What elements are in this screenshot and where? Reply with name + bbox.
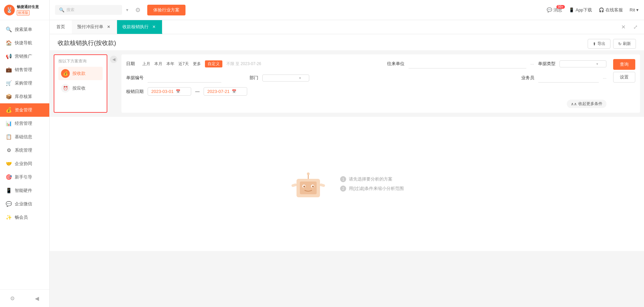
user-menu[interactable]: Rit ▾ bbox=[630, 7, 639, 12]
date-btn-this-year[interactable]: 本年 bbox=[166, 61, 174, 67]
purchase-icon: 🛒 bbox=[5, 80, 12, 87]
filter-option-by-receipt[interactable]: 💰 按收款 bbox=[58, 67, 103, 80]
doc-num-input[interactable] bbox=[148, 73, 221, 83]
tip-num-2: 2 bbox=[340, 186, 346, 192]
sidebar-item-hardware[interactable]: 📱 智能硬件 bbox=[0, 184, 49, 197]
date-btn-custom[interactable]: 自定义 bbox=[205, 60, 222, 67]
sidebar-item-label: 企业协同 bbox=[15, 161, 32, 167]
filter-scheme-panel: 按以下方案查询 💰 按收款 ⏰ 按应收 bbox=[54, 54, 107, 113]
tip-num-1: 1 bbox=[340, 176, 346, 182]
date-btn-7days[interactable]: 近7天 bbox=[178, 61, 189, 67]
date-label: 日期 bbox=[126, 61, 138, 67]
empty-illustration bbox=[290, 165, 327, 202]
empty-state-inner: 1 请先选择要分析的方案 2 用[过滤]条件来缩小分析范围 bbox=[290, 165, 404, 202]
verify-date-start-input[interactable]: 2023-03-01 📅 bbox=[148, 87, 191, 96]
sidebar-item-sales[interactable]: 💼 销售管理 bbox=[0, 63, 49, 76]
guide-icon: 🎯 bbox=[5, 174, 12, 181]
tabbar-actions: ✕ ⤢ bbox=[614, 20, 644, 34]
sidebar-bottom: ⚙ ◀ bbox=[0, 289, 49, 307]
sidebar-item-marketing[interactable]: 📢 营销推广 bbox=[0, 50, 49, 63]
topbar-gear-icon[interactable]: ⚙ bbox=[132, 5, 143, 15]
quicknav-icon: 🏠 bbox=[5, 40, 12, 46]
query-button[interactable]: 查询 bbox=[613, 59, 635, 70]
filter-row-verify-date: 核销日期 2023-03-01 📅 — 2023-07-21 📅 bbox=[126, 87, 606, 96]
refresh-button[interactable]: ↻ 刷新 bbox=[613, 39, 636, 49]
svg-rect-1 bbox=[300, 182, 317, 194]
sidebar-item-collab[interactable]: 🤝 企业协同 bbox=[0, 157, 49, 170]
sidebar: 🐰 畅捷通好生意 标准版 🔍 搜索菜单 🏠 快捷导航 📢 营销推广 💼 销售管理… bbox=[0, 0, 50, 307]
topbar-search[interactable]: 🔍 搜索 bbox=[55, 5, 122, 15]
sidebar-item-operations[interactable]: 📊 经营管理 bbox=[0, 117, 49, 130]
counterparty-input[interactable] bbox=[409, 59, 526, 68]
setting-button[interactable]: 设置 bbox=[613, 72, 635, 83]
collab-icon: 🤝 bbox=[5, 160, 12, 167]
salesperson-label: 业务员 bbox=[521, 75, 534, 81]
counterparty-dots[interactable]: ··· bbox=[530, 61, 534, 66]
tab-prepay[interactable]: 预付冲应付单 ✕ bbox=[72, 20, 117, 34]
calendar-start-icon: 📅 bbox=[176, 89, 180, 94]
collapse-panel-button[interactable]: ◀ bbox=[110, 56, 117, 63]
date-btn-this-month[interactable]: 本月 bbox=[154, 61, 162, 67]
sidebar-item-quicknav[interactable]: 🏠 快捷导航 bbox=[0, 36, 49, 50]
collapse-more-button[interactable]: ∧∧ 收起更多条件 bbox=[567, 100, 606, 108]
user-dropdown-icon: ▾ bbox=[636, 7, 639, 12]
sidebar-item-finance[interactable]: 💰 资金管理 bbox=[0, 103, 49, 117]
sidebar-item-search[interactable]: 🔍 搜索菜单 bbox=[0, 23, 49, 36]
doc-type-select[interactable]: ▾ bbox=[559, 60, 606, 67]
sidebar-item-label: 智能硬件 bbox=[15, 188, 32, 194]
filter-action-buttons: 查询 设置 bbox=[613, 59, 635, 83]
salesperson-dots[interactable]: ··· bbox=[603, 75, 606, 81]
wechat-icon: 💬 bbox=[5, 201, 12, 207]
message-button[interactable]: 💬 消息 99+ bbox=[547, 7, 562, 13]
app-download-button[interactable]: 📱 App下载 bbox=[569, 7, 592, 13]
tab-home[interactable]: 首页 bbox=[50, 20, 72, 34]
tab-close-all-icon[interactable]: ✕ bbox=[619, 22, 628, 32]
receipt-option-icon: 💰 bbox=[61, 69, 70, 78]
sales-icon: 💼 bbox=[5, 66, 12, 73]
finance-icon: 💰 bbox=[5, 107, 12, 113]
sidebar-item-inventory[interactable]: 📦 库存核算 bbox=[0, 90, 49, 103]
filter-option-by-receivable[interactable]: ⏰ 按应收 bbox=[58, 82, 103, 95]
collapse-sidebar-icon[interactable]: ◀ bbox=[32, 294, 42, 303]
empty-tip-row-1: 1 请先选择要分析的方案 bbox=[340, 176, 404, 182]
receipt-option-label: 按收款 bbox=[72, 70, 86, 76]
logo-badge: 标准版 bbox=[17, 10, 30, 15]
logo-icon: 🐰 bbox=[4, 5, 15, 15]
export-button[interactable]: ⬆ 导出 bbox=[588, 39, 610, 49]
empty-svg bbox=[290, 165, 327, 202]
verify-date-end-input[interactable]: 2023-07-21 📅 bbox=[204, 87, 247, 96]
sidebar-item-system[interactable]: ⚙ 系统管理 bbox=[0, 144, 49, 157]
date-btn-more[interactable]: 更多 bbox=[193, 61, 201, 67]
operations-icon: 📊 bbox=[5, 120, 12, 127]
sidebar-item-member[interactable]: ✨ 畅会员 bbox=[0, 211, 49, 224]
marketing-icon: 📢 bbox=[5, 53, 12, 60]
sidebar-nav: 🔍 搜索菜单 🏠 快捷导航 📢 营销推广 💼 销售管理 🛒 采购管理 📦 库存核… bbox=[0, 20, 49, 289]
empty-tips: 1 请先选择要分析的方案 2 用[过滤]条件来缩小分析范围 bbox=[340, 176, 404, 192]
tab-close-verify[interactable]: ✕ bbox=[151, 24, 157, 30]
tab-close-prepay[interactable]: ✕ bbox=[106, 24, 111, 30]
salesperson-input[interactable] bbox=[538, 73, 599, 83]
dept-arrow: ▾ bbox=[299, 76, 301, 80]
sidebar-item-label: 采购管理 bbox=[15, 80, 32, 86]
doc-type-arrow: ▾ bbox=[596, 62, 598, 66]
filter-fields: 日期 上月 本月 本年 近7天 更多 自定义 不限 至 2023-07-26 往… bbox=[121, 54, 640, 113]
filter-scheme-title: 按以下方案查询 bbox=[58, 58, 103, 64]
sidebar-item-label: 系统管理 bbox=[15, 147, 32, 153]
settings-bottom-icon[interactable]: ⚙ bbox=[8, 294, 17, 303]
sidebar-item-guide[interactable]: 🎯 新手引导 bbox=[0, 170, 49, 184]
online-service-button[interactable]: 🎧 在线客服 bbox=[599, 7, 623, 13]
receivable-option-icon: ⏰ bbox=[61, 84, 70, 93]
user-name: Rit bbox=[630, 7, 635, 12]
sidebar-item-purchase[interactable]: 🛒 采购管理 bbox=[0, 76, 49, 90]
filter-area: 按以下方案查询 💰 按收款 ⏰ 按应收 ◀ bbox=[50, 50, 644, 117]
solution-button[interactable]: 体验行业方案 bbox=[147, 5, 185, 15]
tab-verify[interactable]: 收款核销执行 ✕ bbox=[117, 20, 162, 34]
sidebar-item-label: 经营管理 bbox=[15, 120, 32, 126]
sidebar-item-basic[interactable]: 📋 基础信息 bbox=[0, 130, 49, 144]
sidebar-item-wechat[interactable]: 💬 企业微信 bbox=[0, 197, 49, 211]
topbar-dropdown[interactable]: ▾ bbox=[126, 7, 128, 12]
dept-select[interactable]: ▾ bbox=[262, 74, 309, 82]
empty-tip-row-2: 2 用[过滤]条件来缩小分析范围 bbox=[340, 186, 404, 192]
tab-expand-icon[interactable]: ⤢ bbox=[631, 22, 640, 32]
date-btn-last-month[interactable]: 上月 bbox=[142, 61, 150, 67]
